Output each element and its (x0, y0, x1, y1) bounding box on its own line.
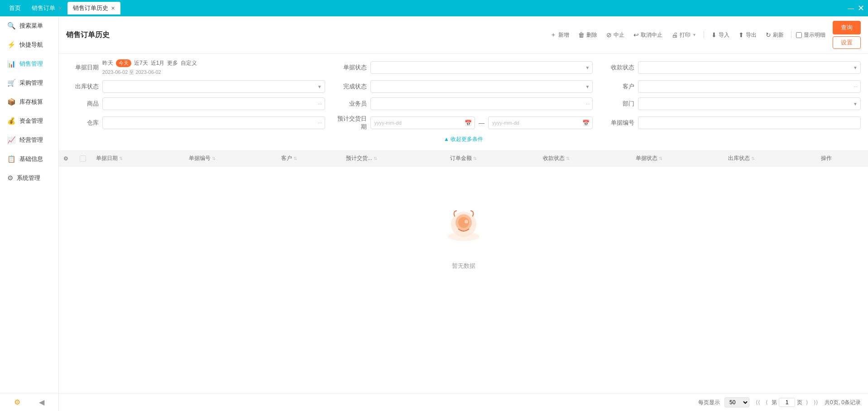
btn-stop-label: 中止 (614, 31, 624, 39)
th-settings[interactable]: ⚙ (59, 151, 75, 166)
sort-outbound-icon[interactable]: ⇅ (751, 156, 755, 161)
payment-select[interactable]: ▼ (638, 61, 861, 74)
customer-filter-label: 客户 (602, 82, 638, 91)
btn-new-label: 新增 (558, 31, 569, 39)
nav-first[interactable]: ⟨⟨ (754, 398, 762, 406)
sort-date-icon[interactable]: ⇅ (119, 156, 123, 161)
sidebar-item-finance[interactable]: 💰 资金管理 (0, 111, 58, 131)
btn-export[interactable]: ⬆ 导出 (736, 29, 759, 41)
sidebar-item-purchase[interactable]: 🛒 采购管理 (0, 73, 58, 92)
filter-warehouse-col: 仓库 ··· (66, 116, 325, 129)
sidebar-item-search[interactable]: 🔍 搜索菜单 (0, 16, 58, 35)
status-select[interactable]: ▼ (370, 61, 593, 74)
sort-payment-icon[interactable]: ⇅ (566, 156, 570, 161)
close-tab-sales-order[interactable]: ✕ (58, 5, 62, 11)
tab-home[interactable]: 首页 (4, 2, 26, 15)
total-info: 共0页, 0条记录 (825, 399, 861, 406)
date-option-yesterday[interactable]: 昨天 (102, 59, 113, 67)
sidebar-item-inventory[interactable]: 📦 库存核算 (0, 92, 58, 111)
goods-select[interactable]: ··· (102, 97, 325, 110)
btn-cancel-stop[interactable]: ↩ 取消中止 (631, 29, 665, 41)
delivery-date-end[interactable]: yyyy-mm-dd 📅 (488, 116, 593, 129)
goods-filter-label: 商品 (66, 100, 102, 108)
tab-sales-order[interactable]: 销售订单 ✕ (26, 2, 67, 15)
sort-customer-icon[interactable]: ⇅ (293, 156, 297, 161)
cancel-stop-icon: ↩ (633, 31, 639, 39)
sidebar-collapse-icon[interactable]: ◀ (39, 398, 44, 406)
close-tab-sales-history[interactable]: ✕ (111, 5, 115, 11)
sidebar-item-management[interactable]: 📈 经营管理 (0, 131, 58, 150)
main-layout: 🔍 搜索菜单 ⚡ 快捷导航 📊 销售管理 🛒 采购管理 📦 库存核算 💰 资金管… (0, 16, 868, 411)
customer-select-arrow: ··· (854, 84, 858, 89)
table-area: ⚙ 单据日期 ⇅ 单据编号 (59, 151, 868, 393)
btn-refresh[interactable]: ↻ 刷新 (763, 29, 786, 41)
sort-amount-icon[interactable]: ⇅ (473, 156, 477, 161)
close-btn[interactable]: ✕ (858, 3, 864, 13)
nav-last[interactable]: ⟩⟩ (812, 398, 820, 406)
btn-import[interactable]: ⬇ 导入 (709, 29, 732, 41)
sort-docstatus-icon[interactable]: ⇅ (659, 156, 662, 161)
th-customer-label: 客户 (281, 155, 292, 162)
th-doc-num-label: 单据编号 (189, 155, 211, 162)
btn-setting[interactable]: 设置 (833, 36, 861, 49)
date-range-display: 2023-06-02 至 2023-06-02 (102, 69, 197, 76)
outbound-select-arrow: ▼ (317, 84, 322, 89)
sidebar-item-quicknav[interactable]: ⚡ 快捷导航 (0, 35, 58, 54)
date-option-7days[interactable]: 近7天 (134, 59, 148, 67)
th-doc-num: 单据编号 ⇅ (184, 151, 277, 166)
collapse-row[interactable]: ▲ 收起更多条件 (66, 134, 861, 145)
finance-icon: 💰 (7, 117, 16, 125)
customer-select[interactable]: ··· (638, 80, 861, 93)
btn-delete[interactable]: 🗑 删除 (575, 29, 600, 41)
minimize-btn[interactable]: — (848, 5, 854, 12)
delivery-date-start[interactable]: yyyy-mm-dd 📅 (370, 116, 475, 129)
btn-new[interactable]: ＋ 新增 (547, 29, 572, 41)
salesperson-select[interactable]: ··· (370, 97, 593, 110)
page-nav: ⟨⟨ ⟨ 第 页 ⟩ ⟩⟩ (754, 398, 820, 407)
warehouse-filter-label: 仓库 (66, 119, 102, 127)
complete-select[interactable]: ▼ (370, 80, 593, 93)
sidebar-purchase-label: 采购管理 (19, 79, 43, 87)
th-payment-label: 收款状态 (543, 155, 565, 162)
sort-delivery-icon[interactable]: ⇅ (374, 156, 377, 161)
display-detail-toggle[interactable]: 显示明细 (796, 31, 825, 39)
nav-next[interactable]: ⟩ (804, 398, 810, 406)
warehouse-select[interactable]: ··· (102, 116, 325, 129)
btn-query[interactable]: 查询 (833, 21, 861, 34)
nav-prev[interactable]: ⟨ (764, 398, 770, 406)
dept-select[interactable]: ▼ (638, 97, 861, 110)
btn-import-label: 导入 (719, 31, 729, 39)
btn-stop[interactable]: ⊘ 中止 (604, 29, 627, 41)
sidebar-item-sales[interactable]: 📊 销售管理 (0, 54, 58, 73)
salesperson-select-arrow: ··· (586, 102, 590, 106)
import-icon: ⬇ (711, 31, 717, 39)
btn-print[interactable]: 🖨 打印 ▼ (669, 29, 699, 41)
sidebar-settings-icon[interactable]: ⚙ (14, 398, 20, 406)
page-number-input[interactable] (779, 398, 795, 407)
btn-cancel-stop-label: 取消中止 (641, 31, 662, 39)
btn-delete-label: 删除 (586, 31, 597, 39)
date-option-custom[interactable]: 自定义 (181, 59, 197, 67)
sort-docnum-icon[interactable]: ⇅ (212, 156, 216, 161)
per-page-select[interactable]: 50 100 200 (724, 397, 749, 407)
select-all-checkbox[interactable] (80, 155, 86, 162)
export-icon: ⬆ (739, 31, 744, 39)
th-date-label: 单据日期 (96, 155, 118, 162)
display-detail-checkbox[interactable] (796, 32, 802, 38)
sidebar-item-system[interactable]: ⚙ 系统管理 (0, 169, 58, 188)
date-option-today[interactable]: 今天 (116, 59, 131, 67)
date-option-1month[interactable]: 近1月 (151, 59, 165, 67)
table-settings-icon[interactable]: ⚙ (63, 155, 68, 162)
outbound-select[interactable]: ▼ (102, 80, 325, 93)
complete-filter-label: 完成状态 (334, 82, 370, 91)
filter-date-col: 单据日期 昨天 今天 近7天 近1月 更多 自定义 2023-06-02 至 2… (66, 59, 325, 76)
status-select-arrow: ▼ (585, 65, 590, 70)
sidebar-item-basic-info[interactable]: 📋 基础信息 (0, 150, 58, 169)
date-option-more[interactable]: 更多 (167, 59, 178, 67)
filter-salesperson-col: 业务员 ··· (325, 97, 593, 110)
date-filter-label: 单据日期 (66, 63, 102, 72)
filter-row-3: 商品 ··· 业务员 ··· 部门 (66, 97, 861, 110)
page-title: 销售订单历史 (66, 30, 110, 40)
tab-sales-history[interactable]: 销售订单历史 ✕ (67, 2, 120, 15)
doc-num-input[interactable] (638, 116, 861, 129)
